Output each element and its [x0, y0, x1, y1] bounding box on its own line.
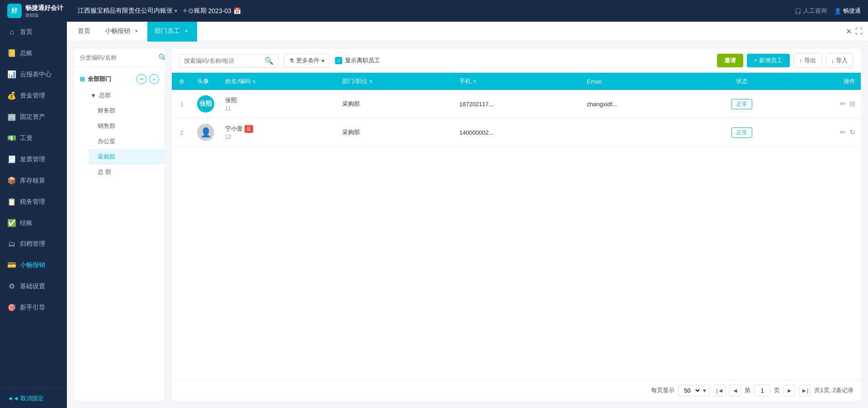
tab-xiaochang-expense-close[interactable]: × [133, 28, 140, 35]
next-page-button[interactable]: ► [783, 385, 795, 396]
row1-logout-button[interactable]: ⊟ [849, 100, 855, 108]
grid-icon: ⊞ [80, 75, 85, 83]
company-name: 江西服宝精品有限责任公司内账张 [78, 7, 173, 15]
add-button[interactable]: + [183, 6, 188, 16]
sidebar-item-capital[interactable]: 💰 资金管理 [0, 85, 67, 106]
col-phone-label: 手机 [459, 77, 471, 85]
tab-expand-icon[interactable]: ⛶ [855, 28, 863, 36]
sidebar-label-checkout: 结账 [20, 219, 33, 227]
row1-actions-cell: ✏ ⊟ [787, 90, 861, 118]
sidebar-item-invoice[interactable]: 🧾 发票管理 [0, 149, 67, 170]
sidebar-label-ledger: 总账 [20, 49, 33, 57]
all-depts-header[interactable]: ⊞ 全部部门 ✏ « [74, 70, 165, 88]
row1-status: 正常 [731, 99, 752, 109]
show-inactive-toggle[interactable]: ✓ 显示离职员工 [335, 56, 380, 65]
dept-general[interactable]: 总 部 [89, 164, 165, 180]
checkout-icon: ✅ [7, 219, 16, 227]
invite-button[interactable]: 邀请 [717, 54, 743, 67]
first-page-button[interactable]: |◄ [714, 385, 726, 396]
per-page-select[interactable]: 50 10 20 100 [682, 387, 701, 394]
dept-purchase[interactable]: 采购部 [89, 149, 165, 164]
row2-avatar-cell: 👤 [192, 118, 220, 147]
row2-phone: 140000002... [454, 118, 581, 147]
tabs-bar: 首页 小畅报销 × 部门员工 × ✕ ⛶ [67, 22, 868, 42]
employee-search-icon[interactable]: 🔍 [264, 56, 274, 65]
dept-search-icon[interactable]: 🔍 [158, 53, 165, 62]
import-button[interactable]: ↓ 导入 [826, 53, 854, 68]
row2-actions-cell: ✏ ↻ [787, 118, 861, 147]
sidebar-item-xiaochang[interactable]: 💳 小畅报销 [0, 254, 67, 276]
sidebar-item-inventory[interactable]: 📦 库存核算 [0, 170, 67, 191]
prev-page-button[interactable]: ◄ [729, 385, 741, 396]
col-phone-sort-icon[interactable]: ⇅ [473, 79, 476, 84]
dept-purchase-label: 采购部 [98, 153, 115, 161]
table-row: 2 👤 宁小壹 [172, 118, 861, 147]
collapse-dept-button[interactable]: « [149, 74, 159, 84]
home-icon: ⌂ [7, 28, 16, 36]
tab-xiaochang-expense[interactable]: 小畅报销 × [98, 22, 147, 42]
dept-finance[interactable]: 财务部 [89, 103, 165, 118]
basic-settings-icon: ⚙ [7, 282, 16, 291]
row1-edit-button[interactable]: ✏ [840, 100, 846, 108]
col-email-label: Email [587, 78, 602, 85]
dept-office[interactable]: 办公室 [89, 134, 165, 149]
settings-icon[interactable]: ⚙ [188, 7, 194, 15]
sidebar-label-tax: 税务管理 [20, 198, 45, 206]
sidebar-item-new-guide[interactable]: 🎯 新手引导 [0, 297, 67, 318]
tab-close-all-icon[interactable]: ✕ [846, 27, 852, 36]
row2-num: 2 [172, 118, 192, 147]
show-inactive-label: 显示离职员工 [345, 56, 380, 65]
employee-table-wrap: ⚙ 头像 姓名/编码 ⇅ [172, 73, 861, 380]
employee-search-input[interactable] [184, 57, 262, 64]
company-dropdown-icon[interactable]: ▾ [175, 8, 177, 14]
user-avatar-icon: 👤 [834, 8, 841, 14]
sidebar-item-reports[interactable]: 📊 云报表中心 [0, 64, 67, 85]
page-body: 🔍 ⊞ 全部部门 ✏ « [67, 42, 868, 408]
total-info: 共1页, 2条记录 [814, 386, 854, 394]
page-number-input[interactable] [754, 385, 770, 396]
sidebar-item-fixed-assets[interactable]: 🏢 固定资产 [0, 106, 67, 127]
col-name-sort-icon[interactable]: ⇅ [252, 79, 256, 84]
dept-sales[interactable]: 销售部 [89, 118, 165, 134]
logo-area: 好 畅捷通好会计 旗舰版 [7, 4, 74, 19]
tab-home[interactable]: 首页 [71, 22, 98, 42]
export-button[interactable]: ↑ 导出 [793, 53, 822, 68]
sidebar-item-archive[interactable]: 🗂 归档管理 [0, 234, 67, 254]
invoice-icon: 🧾 [7, 155, 16, 164]
sidebar-item-basic-settings[interactable]: ⚙ 基础设置 [0, 276, 67, 297]
table-row: 1 张熙 张熙 11 [172, 90, 861, 118]
salary-icon: 💵 [7, 134, 16, 142]
dept-root[interactable]: ▼ 总部 [81, 88, 165, 103]
calendar-icon[interactable]: 📅 [233, 7, 241, 14]
row2-status-cell: 正常 [697, 118, 787, 147]
row2-badge: 应 [245, 125, 253, 133]
unpin-button[interactable]: ◄◄ 取消固定 [0, 389, 67, 408]
row1-name-code-cell: 张熙 11 [220, 90, 337, 118]
xiaochang-icon: 💳 [7, 261, 16, 269]
col-settings-icon[interactable]: ⚙ [179, 78, 184, 85]
filter-button[interactable]: ⚗ 更多条件 ▾ [284, 54, 330, 67]
sidebar-item-tax[interactable]: 📋 税务管理 [0, 191, 67, 212]
row2-avatar: 👤 [197, 124, 214, 141]
dept-search-input[interactable] [80, 54, 156, 61]
dept-root-label: 总部 [99, 91, 111, 99]
row2-email [581, 118, 697, 147]
sidebar-item-ledger[interactable]: 📒 总账 [0, 42, 67, 64]
ai-consult-button[interactable]: 🎧 人工咨询 [794, 7, 827, 15]
sidebar-label-home: 首页 [20, 28, 33, 36]
edit-dept-button[interactable]: ✏ [137, 74, 146, 84]
per-page-label: 每页显示 [651, 386, 675, 394]
tab-dept-employee[interactable]: 部门员工 × [147, 22, 197, 42]
row2-code: 12 [225, 134, 331, 140]
sidebar-label-inventory: 库存核算 [20, 177, 45, 185]
sidebar-item-home[interactable]: ⌂ 首页 [0, 22, 67, 42]
row1-avatar-cell: 张熙 [192, 90, 220, 118]
add-employee-button[interactable]: + 新增员工 [747, 54, 790, 67]
row2-refresh-button[interactable]: ↻ [849, 128, 855, 136]
sidebar-item-salary[interactable]: 💵 工资 [0, 127, 67, 149]
row2-edit-button[interactable]: ✏ [840, 128, 846, 136]
last-page-button[interactable]: ►| [799, 385, 811, 396]
sidebar-item-checkout[interactable]: ✅ 结账 [0, 212, 67, 234]
tab-dept-employee-close[interactable]: × [183, 28, 190, 35]
col-dept-sort-icon[interactable]: ⇅ [369, 79, 373, 84]
